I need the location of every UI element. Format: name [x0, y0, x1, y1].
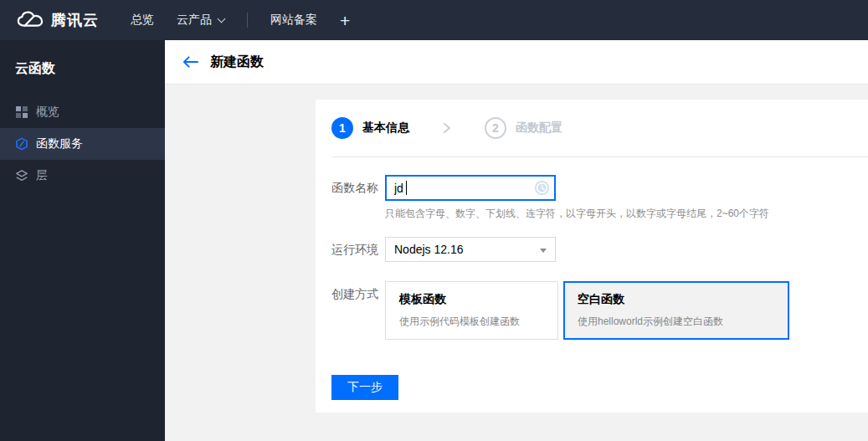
autofill-clock-icon[interactable] [534, 180, 550, 196]
sidebar-item-layers[interactable]: 层 [0, 160, 165, 192]
function-name-input-wrap [385, 175, 556, 201]
topbar: 腾讯云 总览 云产品 网站备案 + [0, 0, 868, 40]
page-header: 新建函数 [165, 40, 868, 85]
form-row-runtime: 运行环境 Nodejs 12.16 [331, 237, 868, 262]
content-area: 1 基本信息 2 函数配置 函数名称 [165, 85, 868, 441]
step-number: 1 [331, 117, 353, 139]
option-template-function[interactable]: 模板函数 使用示例代码模板创建函数 [385, 281, 558, 340]
layers-icon [15, 169, 28, 182]
step-function-config: 2 函数配置 [485, 117, 562, 139]
function-name-help-text: 只能包含字母、数字、下划线、连字符，以字母开头，以数字或字母结尾，2~60个字符 [385, 207, 769, 221]
nav-item-label: 总览 [131, 13, 154, 28]
wizard-steps: 1 基本信息 2 函数配置 [331, 100, 868, 157]
option-description: 使用helloworld示例创建空白函数 [578, 315, 775, 329]
next-step-button[interactable]: 下一步 [331, 375, 398, 400]
select-caret-icon [540, 249, 547, 253]
text-cursor [406, 181, 407, 195]
sidebar-item-label: 概览 [36, 105, 59, 120]
form-row-creation-method: 创建方式 模板函数 使用示例代码模板创建函数 空白函数 使用helloworld… [331, 281, 868, 340]
creation-method-options: 模板函数 使用示例代码模板创建函数 空白函数 使用helloworld示例创建空… [385, 281, 789, 340]
caret-down-icon [218, 14, 226, 23]
sidebar-item-label: 函数服务 [36, 136, 83, 151]
grid-icon [15, 105, 28, 119]
top-navigation: 总览 云产品 网站备案 + [131, 12, 350, 29]
plus-icon[interactable]: + [340, 12, 350, 29]
create-function-form: 函数名称 只能包含字母、数字、下划线、连字符，以字母 [331, 175, 868, 340]
nav-divider [247, 13, 248, 28]
nav-item-label: 网站备案 [270, 13, 317, 28]
nav-item-cloud-products[interactable]: 云产品 [177, 13, 224, 28]
step-label: 基本信息 [362, 121, 409, 136]
sidebar: 云函数 概览 函数服务 层 [0, 40, 165, 441]
step-label: 函数配置 [516, 121, 562, 136]
tencent-cloud-logo-icon [17, 10, 44, 30]
runtime-label: 运行环境 [331, 237, 385, 262]
sidebar-item-overview[interactable]: 概览 [0, 96, 165, 128]
function-service-icon [15, 137, 28, 151]
step-basic-info: 1 基本信息 [331, 117, 409, 139]
function-name-input[interactable] [385, 175, 556, 201]
sidebar-item-function-service[interactable]: 函数服务 [0, 128, 165, 160]
nav-item-overview[interactable]: 总览 [131, 13, 154, 28]
tencent-cloud-logo[interactable]: 腾讯云 [17, 10, 99, 30]
back-arrow-icon [182, 55, 198, 69]
runtime-select[interactable]: Nodejs 12.16 [385, 237, 556, 262]
function-name-label: 函数名称 [331, 175, 385, 221]
sidebar-title: 云函数 [0, 40, 165, 96]
create-function-card: 1 基本信息 2 函数配置 函数名称 [316, 100, 868, 413]
page-title: 新建函数 [210, 54, 264, 71]
option-title: 空白函数 [578, 292, 775, 307]
option-blank-function[interactable]: 空白函数 使用helloworld示例创建空白函数 [563, 281, 789, 340]
nav-item-icp-filing[interactable]: 网站备案 [270, 13, 317, 28]
creation-method-label: 创建方式 [331, 281, 385, 340]
runtime-select-value: Nodejs 12.16 [394, 243, 464, 256]
step-chevron-icon [443, 122, 451, 134]
step-number: 2 [485, 117, 506, 139]
back-button[interactable] [182, 55, 198, 69]
option-description: 使用示例代码模板创建函数 [399, 315, 544, 329]
option-title: 模板函数 [399, 292, 544, 307]
form-row-function-name: 函数名称 只能包含字母、数字、下划线、连字符，以字母 [331, 175, 868, 221]
sidebar-item-label: 层 [36, 168, 48, 183]
brand-name: 腾讯云 [51, 10, 99, 30]
nav-item-label: 云产品 [177, 13, 212, 28]
